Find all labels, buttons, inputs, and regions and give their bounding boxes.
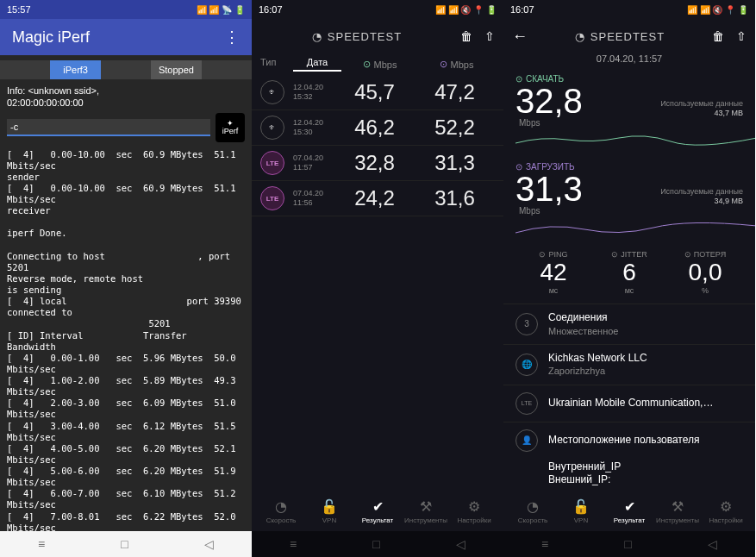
nav-tools[interactable]: ⚒Инструменты: [402, 491, 450, 531]
back-arrow-icon[interactable]: ←: [512, 28, 528, 46]
recent-apps-icon[interactable]: ≡: [541, 537, 548, 551]
tab-stopped[interactable]: Stopped: [151, 60, 201, 79]
result-row[interactable]: LTE 07.04.2011:57 32,8 31,3: [252, 146, 503, 181]
download-used: Используемые данные 43,7 MB: [660, 99, 743, 118]
overflow-menu-icon[interactable]: ⋮: [224, 28, 240, 47]
row-upload: 52,2: [415, 116, 495, 140]
status-time: 15:57: [7, 4, 31, 15]
status-icons: 📶 📶 🔇 📍 🔋: [435, 5, 497, 15]
row-upload: 31,3: [415, 151, 495, 175]
nav-speed[interactable]: ◔Скорость: [509, 491, 557, 531]
header-title: SPEEDTEST: [534, 30, 705, 43]
jitter-icon: ⊙: [611, 250, 618, 259]
row-download: 46,2: [334, 116, 415, 140]
info-location[interactable]: 👤 Местоположение пользователя: [503, 422, 755, 459]
gear-icon: ⚙: [468, 498, 480, 515]
col-date[interactable]: Дата: [293, 57, 341, 72]
speedtest-detail-panel: 16:07 📶 📶 🔇 📍 🔋 ← SPEEDTEST 🗑 ⇧ 07.04.20…: [503, 0, 755, 557]
tab-empty[interactable]: [0, 60, 50, 79]
lte-icon: LTE: [515, 392, 538, 415]
upload-sparkline: [515, 221, 755, 236]
row-upload: 47,2: [415, 80, 495, 104]
nav-result[interactable]: ✔Результат: [353, 491, 402, 531]
iperf-logo-icon[interactable]: ✦iPerf: [216, 113, 245, 142]
lock-icon: 🔓: [321, 498, 338, 515]
status-bar: 16:07 📶 📶 🔇 📍 🔋: [252, 0, 503, 19]
result-row[interactable]: ᯤ 12.04.2015:30 46,2 52,2: [252, 110, 503, 146]
nav-speed[interactable]: ◔Скорость: [257, 491, 305, 531]
info-connections[interactable]: 3 СоединенияМножественное: [503, 304, 755, 344]
nav-settings[interactable]: ⚙Настройки: [702, 491, 750, 531]
share-icon[interactable]: ⇧: [736, 29, 747, 43]
col-upload[interactable]: ⊙Mbps: [418, 57, 495, 72]
app-bar: Magic iPerf ⋮: [0, 19, 252, 55]
mac-text: 02:00:00:00:00:00: [7, 97, 84, 108]
info-label: Info:: [7, 85, 25, 96]
nav-vpn[interactable]: 🔓VPN: [557, 491, 605, 531]
result-row[interactable]: LTE 07.04.2011:56 24,2 31,6: [252, 181, 503, 216]
tab-empty2[interactable]: [101, 60, 151, 79]
loss-metric: ⊙ПОТЕРЯ 0,0 %: [667, 250, 743, 295]
delete-icon[interactable]: 🗑: [460, 29, 472, 43]
status-bar: 16:07 📶 📶 🔇 📍 🔋: [503, 0, 755, 19]
speedtest-header: ← SPEEDTEST 🗑 ⇧: [503, 19, 755, 53]
status-bar: 15:57 📶 📶 📡 🔋: [0, 0, 252, 19]
gauge-icon: [312, 30, 322, 43]
back-icon[interactable]: ◁: [456, 537, 465, 551]
home-icon[interactable]: □: [624, 537, 631, 551]
tab-iperf3[interactable]: iPerf3: [50, 60, 100, 79]
bottom-nav: ◔Скорость 🔓VPN ✔Результат ⚒Инструменты ⚙…: [252, 491, 503, 531]
download-sparkline: [515, 133, 755, 148]
command-row: ✦iPerf: [0, 113, 252, 146]
nav-settings[interactable]: ⚙Настройки: [450, 491, 498, 531]
info-network[interactable]: 🌐 Kichkas Network LLCZaporizhzhya: [503, 344, 755, 385]
tools-icon: ⚒: [420, 498, 432, 515]
tools-icon: ⚒: [672, 498, 684, 515]
result-timestamp: 07.04.20, 11:57: [503, 53, 755, 64]
recent-apps-icon[interactable]: ≡: [38, 537, 45, 551]
home-icon[interactable]: □: [372, 537, 379, 551]
lte-icon: LTE: [260, 151, 284, 175]
recent-apps-icon[interactable]: ≡: [290, 537, 297, 551]
result-list: ᯤ 12.04.2015:32 45,7 47,2ᯤ 12.04.2015:30…: [252, 75, 503, 216]
header-actions: 🗑 ⇧: [460, 29, 495, 43]
info-block: Info: <unknown ssid>, 02:00:00:00:00:00: [0, 79, 252, 113]
wifi-icon: ᯤ: [260, 116, 284, 140]
back-icon[interactable]: ◁: [708, 537, 717, 551]
share-icon[interactable]: ⇧: [484, 29, 495, 43]
log-output[interactable]: [ 4] 0.00-10.00 sec 60.9 MBytes 51.1 Mbi…: [0, 146, 252, 557]
col-type[interactable]: Тип: [260, 57, 293, 72]
status-icons: 📶 📶 🔇 📍 🔋: [687, 5, 748, 15]
magic-iperf-panel: 15:57 📶 📶 📡 🔋 Magic iPerf ⋮ iPerf3 Stopp…: [0, 0, 252, 557]
nav-tools[interactable]: ⚒Инструменты: [653, 491, 702, 531]
nav-vpn[interactable]: 🔓VPN: [305, 491, 353, 531]
result-row[interactable]: ᯤ 12.04.2015:32 45,7 47,2: [252, 75, 503, 110]
row-download: 32,8: [334, 151, 415, 175]
delete-icon[interactable]: 🗑: [712, 29, 724, 43]
gauge-icon: ◔: [527, 498, 539, 515]
back-icon[interactable]: ◁: [204, 537, 214, 551]
download-value: 32,8: [515, 84, 583, 118]
home-icon[interactable]: □: [121, 537, 128, 551]
row-upload: 31,6: [415, 186, 495, 210]
header-actions: 🗑 ⇧: [712, 29, 747, 43]
upload-used: Используемые данные 34,9 MB: [660, 187, 743, 206]
download-block: ⊙ СКАЧАТЬ 32,8 Используемые данные 43,7 …: [503, 69, 755, 157]
jitter-metric: ⊙JITTER 6 мс: [591, 250, 667, 295]
android-nav-bar: ≡ □ ◁: [0, 531, 252, 557]
user-icon: 👤: [515, 429, 538, 452]
android-nav-bar: ≡ □ ◁: [503, 531, 755, 557]
app-title: Magic iPerf: [12, 28, 90, 47]
info-carrier[interactable]: LTE Ukrainian Mobile Communication,…: [503, 385, 755, 422]
small-metrics: ⊙PING 42 мс ⊙JITTER 6 мс ⊙ПОТЕРЯ 0,0 %: [503, 245, 755, 304]
row-date: 07.04.2011:57: [293, 153, 334, 172]
ping-icon: ⊙: [539, 250, 546, 259]
nav-result[interactable]: ✔Результат: [605, 491, 653, 531]
row-date: 07.04.2011:56: [293, 189, 334, 208]
column-headers: Тип Дата ⊙Mbps ⊙Mbps: [252, 53, 503, 75]
command-input[interactable]: [7, 119, 210, 136]
tab-empty3[interactable]: [202, 60, 252, 79]
row-download: 45,7: [334, 80, 415, 104]
bottom-nav: ◔Скорость 🔓VPN ✔Результат ⚒Инструменты ⚙…: [503, 491, 755, 531]
col-download[interactable]: ⊙Mbps: [341, 57, 418, 72]
